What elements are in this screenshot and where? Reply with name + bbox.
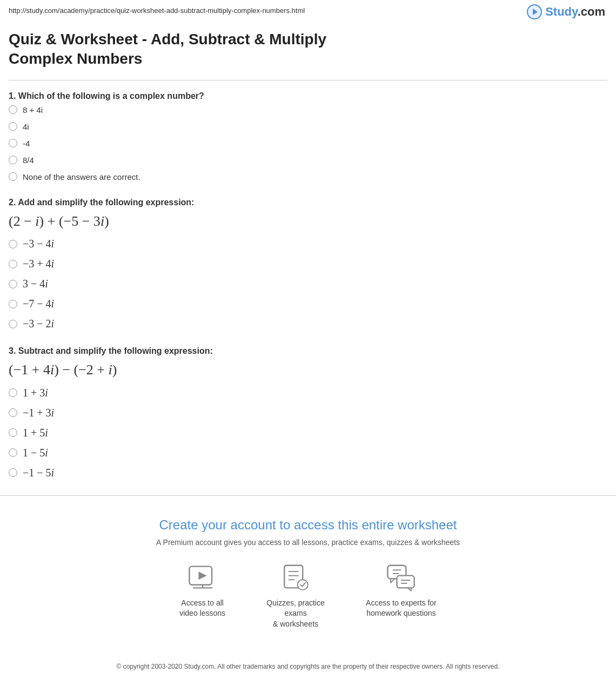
radio-2-2[interactable] bbox=[9, 260, 17, 268]
question-3-options: 1 + 3i −1 + 3i 1 + 5i 1 − 5i −1 − 5i bbox=[9, 387, 607, 479]
option-3-2-label: −1 + 3i bbox=[23, 407, 54, 419]
content-area: 1. Which of the following is a complex n… bbox=[0, 91, 616, 479]
title-divider bbox=[9, 80, 607, 80]
page-title: Quiz & Worksheet - Add, Subtract & Multi… bbox=[0, 19, 389, 75]
option-3-5-label: −1 − 5i bbox=[23, 467, 54, 479]
features-row: Access to allvideo lessons Quizzes, prac… bbox=[9, 563, 607, 630]
option-2-5[interactable]: −3 − 2i bbox=[9, 318, 607, 330]
logo-icon bbox=[527, 4, 542, 19]
option-1-1-label: 8 + 4i bbox=[23, 105, 43, 115]
option-2-3-label: 3 − 4i bbox=[23, 278, 48, 290]
svg-marker-1 bbox=[198, 571, 206, 580]
question-3-text: 3. Subtract and simplify the following e… bbox=[9, 346, 607, 356]
option-1-5-label: None of the answers are correct. bbox=[23, 172, 140, 181]
question-2-math: (2 − i) + (−5 − 3i) bbox=[9, 212, 607, 231]
option-1-5[interactable]: None of the answers are correct. bbox=[9, 172, 607, 181]
option-2-4[interactable]: −7 − 4i bbox=[9, 298, 607, 310]
feature-experts: Access to experts forhomework questions bbox=[366, 563, 437, 630]
radio-1-1[interactable] bbox=[9, 105, 17, 114]
option-3-3[interactable]: 1 + 5i bbox=[9, 427, 607, 439]
radio-3-1[interactable] bbox=[9, 388, 17, 397]
option-2-1[interactable]: −3 − 4i bbox=[9, 238, 607, 250]
radio-3-5[interactable] bbox=[9, 468, 17, 477]
cta-subtitle: A Premium account gives you access to al… bbox=[9, 538, 607, 547]
option-1-4[interactable]: 8/4 bbox=[9, 156, 607, 165]
svg-point-8 bbox=[298, 580, 308, 590]
option-3-2[interactable]: −1 + 3i bbox=[9, 407, 607, 419]
question-1-options: 8 + 4i 4i -4 8/4 None of the answers are… bbox=[9, 105, 607, 181]
footer: © copyright 2003-2020 Study.com. All oth… bbox=[0, 651, 616, 683]
option-1-1[interactable]: 8 + 4i bbox=[9, 105, 607, 115]
logo: Study.com bbox=[527, 4, 605, 19]
logo-text: Study.com bbox=[545, 5, 605, 19]
feature-quizzes-label: Quizzes, practice exams& worksheets bbox=[258, 598, 333, 630]
question-3-math: (−1 + 4i) − (−2 + i) bbox=[9, 360, 607, 380]
option-1-3[interactable]: -4 bbox=[9, 139, 607, 148]
option-2-1-label: −3 − 4i bbox=[23, 238, 54, 250]
play-icon bbox=[533, 9, 538, 15]
radio-3-3[interactable] bbox=[9, 428, 17, 437]
option-2-5-label: −3 − 2i bbox=[23, 318, 54, 330]
option-2-3[interactable]: 3 − 4i bbox=[9, 278, 607, 290]
radio-1-5[interactable] bbox=[9, 172, 17, 181]
question-2: 2. Add and simplify the following expres… bbox=[9, 198, 607, 330]
option-2-2[interactable]: −3 + 4i bbox=[9, 258, 607, 270]
svg-rect-14 bbox=[397, 576, 414, 588]
quiz-icon bbox=[279, 563, 312, 593]
feature-video-label: Access to allvideo lessons bbox=[179, 598, 225, 619]
logo-dot-com: .com bbox=[578, 5, 605, 18]
question-3: 3. Subtract and simplify the following e… bbox=[9, 346, 607, 479]
radio-1-4[interactable] bbox=[9, 156, 17, 164]
radio-2-5[interactable] bbox=[9, 320, 17, 328]
option-3-1-label: 1 + 3i bbox=[23, 387, 48, 399]
bottom-divider bbox=[0, 495, 616, 496]
question-2-options: −3 − 4i −3 + 4i 3 − 4i −7 − 4i −3 − 2i bbox=[9, 238, 607, 330]
question-2-text: 2. Add and simplify the following expres… bbox=[9, 198, 607, 207]
option-1-2-label: 4i bbox=[23, 122, 29, 131]
option-2-4-label: −7 − 4i bbox=[23, 298, 54, 310]
radio-1-3[interactable] bbox=[9, 139, 17, 147]
radio-2-4[interactable] bbox=[9, 300, 17, 308]
experts-icon bbox=[385, 563, 417, 593]
option-1-4-label: 8/4 bbox=[23, 156, 34, 165]
option-1-3-label: -4 bbox=[23, 139, 30, 148]
feature-quizzes: Quizzes, practice exams& worksheets bbox=[258, 563, 333, 630]
radio-3-2[interactable] bbox=[9, 408, 17, 417]
question-1: 1. Which of the following is a complex n… bbox=[9, 91, 607, 181]
option-2-2-label: −3 + 4i bbox=[23, 258, 54, 270]
url-bar: http://study.com/academy/practice/quiz-w… bbox=[0, 0, 616, 19]
cta-section: Create your account to access this entir… bbox=[0, 507, 616, 651]
logo-study: Study bbox=[545, 5, 577, 18]
option-1-2[interactable]: 4i bbox=[9, 122, 607, 131]
option-3-4-label: 1 − 5i bbox=[23, 447, 48, 459]
video-icon bbox=[186, 563, 219, 593]
question-1-text: 1. Which of the following is a complex n… bbox=[9, 91, 607, 101]
option-3-3-label: 1 + 5i bbox=[23, 427, 48, 439]
radio-2-1[interactable] bbox=[9, 240, 17, 248]
feature-video: Access to allvideo lessons bbox=[179, 563, 225, 630]
feature-experts-label: Access to experts forhomework questions bbox=[366, 598, 437, 619]
option-3-1[interactable]: 1 + 3i bbox=[9, 387, 607, 399]
radio-1-2[interactable] bbox=[9, 122, 17, 131]
radio-3-4[interactable] bbox=[9, 448, 17, 457]
option-3-5[interactable]: −1 − 5i bbox=[9, 467, 607, 479]
option-3-4[interactable]: 1 − 5i bbox=[9, 447, 607, 459]
cta-title: Create your account to access this entir… bbox=[9, 517, 607, 533]
radio-2-3[interactable] bbox=[9, 280, 17, 288]
